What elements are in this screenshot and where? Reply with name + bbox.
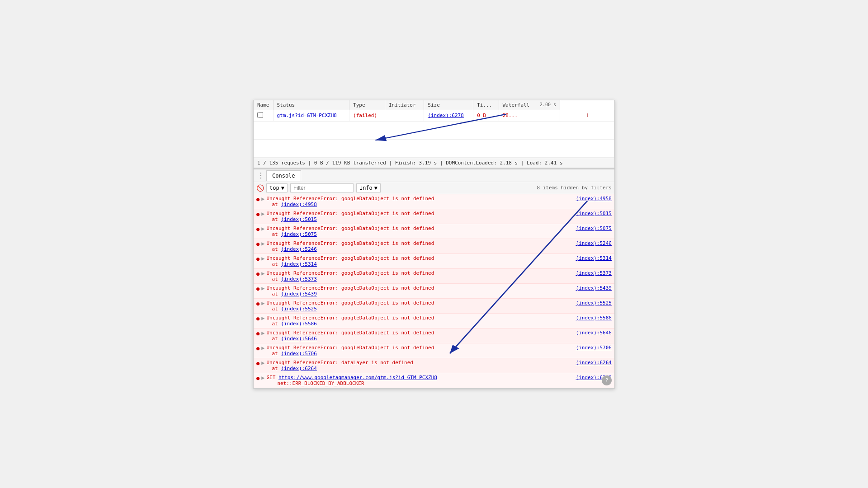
- error-icon: ●: [256, 315, 259, 322]
- expand-arrow-icon[interactable]: ▶: [261, 240, 264, 247]
- error-icon: ●: [256, 241, 259, 247]
- expand-arrow-icon[interactable]: ▶: [261, 330, 264, 336]
- more-options-icon[interactable]: ⋮: [255, 170, 266, 181]
- error-icon: ●: [256, 226, 259, 232]
- expand-arrow-icon[interactable]: ▶: [261, 225, 264, 232]
- error-source-link[interactable]: (index):5015: [576, 211, 612, 216]
- error-source-link[interactable]: (index):5075: [576, 225, 612, 231]
- console-error-row: ● ▶ Uncaught ReferenceError: googleDataO…: [254, 328, 614, 343]
- col-time: Ti...: [473, 100, 499, 110]
- error-icon: ●: [256, 300, 259, 307]
- console-panel: ⋮ Console 🚫 top ▼ Info ▼ 8 items hidden …: [254, 169, 614, 388]
- row-size: 0 B: [473, 110, 499, 121]
- error-source-link[interactable]: (index):6264: [576, 360, 612, 366]
- row-type: [385, 110, 424, 121]
- error-message: Uncaught ReferenceError: googleDataObjec…: [266, 196, 576, 207]
- error-icon: ●: [256, 271, 259, 277]
- network-table: Name Status Type Initiator Size Ti... Wa…: [254, 100, 614, 158]
- expand-arrow-icon[interactable]: ▶: [261, 315, 264, 321]
- error-message: Uncaught ReferenceError: googleDataObjec…: [266, 300, 576, 312]
- network-stats: 1 / 135 requests | 0 B / 119 KB transfer…: [254, 158, 614, 169]
- col-size: Size: [424, 100, 473, 110]
- error-source-link[interactable]: (index):5373: [576, 270, 612, 276]
- error-icon: ●: [256, 256, 259, 262]
- filter-input[interactable]: [290, 183, 354, 192]
- row-time: 28...: [499, 110, 560, 121]
- console-error-row: ● ▶ Uncaught ReferenceError: googleDataO…: [254, 314, 614, 328]
- col-status: Status: [273, 100, 349, 110]
- hidden-count-label: 8 items hidden by filters: [537, 185, 612, 191]
- expand-arrow-icon[interactable]: ▶: [261, 285, 264, 291]
- error-source-link[interactable]: (index):5439: [576, 285, 612, 291]
- expand-arrow-icon[interactable]: ▶: [261, 300, 264, 306]
- error-icon: ●: [256, 196, 259, 202]
- console-error-row: ● ▶ Uncaught ReferenceError: dataLayer i…: [254, 358, 614, 373]
- row-name[interactable]: gtm.js?id=GTM-PCXZH8: [273, 110, 349, 121]
- console-error-row: ● ▶ Uncaught ReferenceError: googleDataO…: [254, 299, 614, 314]
- get-error-line1: ● ▶ GET https://www.googletagmanager.com…: [256, 375, 612, 386]
- block-icon[interactable]: 🚫: [256, 184, 264, 192]
- console-rows: ● ▶ Uncaught ReferenceError: googleDataO…: [254, 194, 614, 388]
- row-checkbox-cell[interactable]: [254, 110, 273, 121]
- error-icon: ●: [256, 360, 259, 366]
- console-error-row: ● ▶ Uncaught ReferenceError: googleDataO…: [254, 269, 614, 284]
- error-message: Uncaught ReferenceError: googleDataObjec…: [266, 315, 576, 327]
- error-source-link[interactable]: (index):5246: [576, 240, 612, 246]
- error-message: Uncaught ReferenceError: googleDataObjec…: [266, 285, 576, 297]
- tab-console[interactable]: Console: [266, 170, 301, 181]
- console-error-row: ● ▶ Uncaught ReferenceError: googleDataO…: [254, 254, 614, 269]
- error-icon: ●: [256, 211, 259, 217]
- console-error-row: ● ▶ Uncaught ReferenceError: googleDataO…: [254, 194, 614, 209]
- error-message: Uncaught ReferenceError: googleDataObjec…: [266, 255, 576, 267]
- error-icon: ●: [256, 286, 259, 292]
- error-icon: ●: [256, 345, 259, 352]
- expand-arrow-icon[interactable]: ▶: [261, 211, 264, 217]
- expand-arrow-icon[interactable]: ▶: [261, 196, 264, 202]
- col-initiator: Initiator: [385, 100, 424, 110]
- error-source-link[interactable]: (index):5314: [576, 255, 612, 261]
- col-type: Type: [349, 100, 385, 110]
- error-message: Uncaught ReferenceError: dataLayer is no…: [266, 360, 576, 371]
- row-initiator[interactable]: (index):6278: [424, 110, 473, 121]
- expand-arrow-icon[interactable]: ▶: [261, 255, 264, 262]
- chevron-down-icon-2: ▼: [374, 185, 377, 191]
- console-filter-row: 🚫 top ▼ Info ▼ 8 items hidden by filters: [254, 182, 614, 194]
- help-button[interactable]: ?: [602, 375, 612, 385]
- error-source-link[interactable]: (index):5646: [576, 330, 612, 336]
- row-checkbox[interactable]: [257, 112, 263, 118]
- console-error-row: ● ▶ Uncaught ReferenceError: googleDataO…: [254, 209, 614, 224]
- error-message: Uncaught ReferenceError: googleDataObjec…: [266, 240, 576, 252]
- context-dropdown[interactable]: top ▼: [266, 183, 288, 192]
- console-error-row: ● ▶ Uncaught ReferenceError: googleDataO…: [254, 224, 614, 239]
- error-icon: ●: [256, 330, 259, 337]
- col-name: Name: [254, 100, 273, 110]
- console-error-row: ● ▶ Uncaught ReferenceError: googleDataO…: [254, 239, 614, 254]
- error-source-link[interactable]: (index):5706: [576, 345, 612, 351]
- row-status: (failed): [349, 110, 385, 121]
- log-level-dropdown[interactable]: Info ▼: [356, 183, 381, 192]
- col-waterfall: Waterfall 2.00 s: [499, 100, 560, 110]
- waterfall-time-label: 2.00 s: [540, 102, 556, 107]
- console-error-row: ● ▶ Uncaught ReferenceError: googleDataO…: [254, 343, 614, 358]
- error-message: Uncaught ReferenceError: googleDataObjec…: [266, 345, 576, 357]
- network-row: gtm.js?id=GTM-PCXZH8 (failed) (index):62…: [254, 110, 614, 121]
- error-message: Uncaught ReferenceError: googleDataObjec…: [266, 211, 576, 222]
- row-waterfall: [560, 110, 614, 121]
- console-get-error-row: ● ▶ GET https://www.googletagmanager.com…: [254, 373, 614, 388]
- net-error-text: net::ERR_BLOCKED_BY_ADBLOCKER: [277, 380, 576, 386]
- error-icon: ●: [256, 375, 259, 381]
- expand-arrow-icon[interactable]: ▶: [261, 345, 264, 351]
- error-message: Uncaught ReferenceError: googleDataObjec…: [266, 270, 576, 282]
- console-error-row: ● ▶ Uncaught ReferenceError: googleDataO…: [254, 284, 614, 299]
- expand-arrow-icon[interactable]: ▶: [261, 375, 264, 381]
- error-message: Uncaught ReferenceError: googleDataObjec…: [266, 225, 576, 237]
- console-toolbar: ⋮ Console: [254, 169, 614, 182]
- chevron-down-icon: ▼: [281, 185, 284, 191]
- error-source-link[interactable]: (index):4958: [576, 196, 612, 202]
- error-source-link[interactable]: (index):5525: [576, 300, 612, 306]
- expand-arrow-icon[interactable]: ▶: [261, 360, 264, 366]
- error-message: Uncaught ReferenceError: googleDataObjec…: [266, 330, 576, 342]
- error-source-link[interactable]: (index):5586: [576, 315, 612, 321]
- expand-arrow-icon[interactable]: ▶: [261, 270, 264, 277]
- get-url-link[interactable]: https://www.googletagmanager.com/gtm.js?…: [278, 375, 437, 380]
